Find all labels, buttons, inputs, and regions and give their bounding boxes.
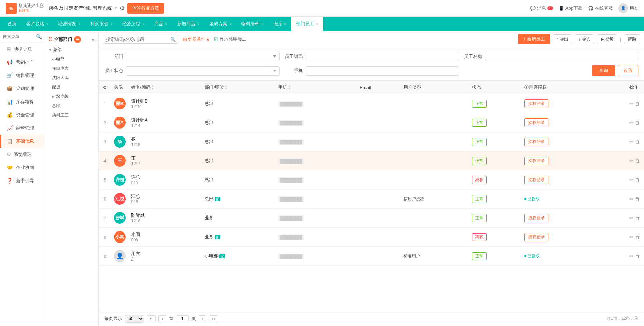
tab-operations[interactable]: 经营情况 ×: [53, 17, 85, 31]
delete-btn[interactable]: 🗑: [635, 177, 640, 183]
auth-btn[interactable]: 授权登录: [524, 233, 548, 241]
add-employee-btn[interactable]: + 新增员工: [518, 34, 550, 44]
prev-page-btn[interactable]: ‹: [158, 315, 166, 322]
col-phone[interactable]: 手机 ▲ ▼: [275, 81, 357, 94]
auth-btn[interactable]: 授权登录: [524, 214, 548, 222]
delete-btn[interactable]: 🗑: [635, 253, 640, 259]
auth-btn[interactable]: 授权登录: [524, 176, 548, 184]
dept-node-small-electric[interactable]: 小电部: [45, 54, 98, 64]
delete-btn[interactable]: 🗑: [635, 120, 640, 125]
sidebar-item-basic-info[interactable]: 📋 基础信息: [0, 135, 45, 148]
user-menu[interactable]: 👤 用友: [618, 3, 638, 13]
dept-tree-collapse[interactable]: «: [92, 37, 95, 42]
emp-code-input[interactable]: [306, 52, 459, 61]
import-btn[interactable]: ↓ 导入: [575, 34, 594, 44]
tab-home[interactable]: 首页: [3, 17, 21, 31]
delete-btn[interactable]: 🗑: [635, 215, 640, 221]
dept-node-shenyang[interactable]: 沈阳大库: [45, 73, 98, 82]
tab-customer-close[interactable]: ×: [46, 22, 48, 26]
help-btn[interactable]: 帮助: [624, 34, 640, 44]
edit-btn[interactable]: ✏: [629, 158, 634, 164]
dept-node-insert-tree[interactable]: 插树王三: [45, 111, 98, 120]
app-download-btn[interactable]: 📱 App下载: [559, 5, 582, 11]
online-service-btn[interactable]: 🎧 在线客服: [588, 5, 613, 11]
last-page-btn[interactable]: ››: [209, 315, 218, 322]
edit-btn[interactable]: ✏: [629, 139, 634, 144]
tab-bom-close[interactable]: ×: [261, 22, 263, 26]
dept-edit-btn[interactable]: ✏: [74, 36, 81, 43]
view-btn[interactable]: ▶ 视频: [597, 34, 617, 44]
tab-barcode[interactable]: 条码方案 ×: [205, 17, 236, 31]
search-icon[interactable]: 🔍: [170, 37, 176, 42]
tab-history-close[interactable]: ×: [142, 22, 144, 26]
col-dept[interactable]: 部门/职位 ▲ ▼: [202, 81, 275, 94]
sidebar-item-sales[interactable]: 🛒 销售管理: [0, 69, 45, 82]
edit-btn[interactable]: ✏: [629, 215, 634, 221]
tab-history[interactable]: 经营历程 ×: [117, 17, 149, 31]
auth-btn[interactable]: 授权登录: [524, 99, 548, 108]
sidebar-item-quick-nav[interactable]: ⊞ 快捷导航: [0, 43, 45, 56]
emp-name-input[interactable]: [485, 52, 638, 61]
edit-btn[interactable]: ✏: [629, 120, 634, 125]
tab-operations-close[interactable]: ×: [78, 22, 80, 26]
edit-btn[interactable]: ✏: [629, 177, 634, 183]
per-page-select[interactable]: 50 20 100: [125, 315, 144, 323]
tab-goods-close[interactable]: ×: [165, 22, 167, 26]
dept-node-general[interactable]: 总部: [45, 101, 98, 111]
tab-warehouse[interactable]: 仓库 ×: [269, 17, 291, 31]
tab-profit[interactable]: 利润报告 ×: [85, 17, 117, 31]
system-title-dropdown[interactable]: ▾: [115, 6, 117, 10]
export-btn[interactable]: ↑ 导出: [553, 34, 572, 44]
dept-node-headquarter[interactable]: ▼ 总部: [45, 45, 98, 54]
page-number-input[interactable]: [176, 315, 189, 322]
try-btn[interactable]: 体验行业方案: [127, 3, 164, 14]
tab-new-goods-close[interactable]: ×: [197, 22, 199, 26]
edit-btn[interactable]: ✏: [629, 253, 634, 259]
edit-btn[interactable]: ✏: [629, 196, 634, 202]
sidebar-item-operations[interactable]: 📈 经营管理: [0, 122, 45, 135]
col-name[interactable]: 姓名/编码 ▲ ▼: [128, 81, 202, 94]
settings-icon[interactable]: ⚙: [120, 5, 125, 11]
sidebar-search-input[interactable]: [3, 34, 36, 39]
tab-new-goods[interactable]: 新增商品 ×: [172, 17, 204, 31]
edit-btn[interactable]: ✏: [629, 101, 634, 106]
dept-node-double-deer[interactable]: ▶ 双鹿想: [45, 92, 98, 101]
next-page-btn[interactable]: ›: [199, 315, 206, 322]
delete-btn[interactable]: 🗑: [635, 101, 640, 106]
delete-btn[interactable]: 🗑: [635, 196, 640, 202]
search-btn[interactable]: 查询: [592, 65, 615, 76]
show-resigned-toggle[interactable]: ☑ 显示离职员工: [214, 36, 246, 42]
status-filter-select[interactable]: [126, 66, 280, 76]
tab-bom[interactable]: 物料清单 ×: [236, 17, 268, 31]
more-conditions-btn[interactable]: ⊞ 更多条件 ∧: [183, 36, 210, 42]
tab-goods[interactable]: 商品 ×: [149, 17, 172, 31]
filter-settings-btn[interactable]: 设置: [618, 65, 638, 76]
tab-warehouse-close[interactable]: ×: [284, 22, 287, 26]
dept-filter-select[interactable]: [126, 52, 280, 61]
sidebar-item-system[interactable]: ⚙ 系统管理: [0, 148, 45, 161]
auth-btn[interactable]: 授权登录: [524, 157, 548, 165]
tab-barcode-close[interactable]: ×: [229, 22, 232, 26]
tab-employees-close[interactable]: ×: [316, 22, 318, 26]
sidebar-item-inventory[interactable]: 📊 库存核算: [0, 95, 45, 108]
delete-btn[interactable]: 🗑: [635, 158, 640, 164]
auth-btn[interactable]: 授权登录: [524, 138, 548, 146]
tab-customer[interactable]: 客户联络 ×: [21, 17, 53, 31]
auth-btn[interactable]: 授权登录: [524, 118, 548, 127]
dept-node-distribution[interactable]: 配货: [45, 82, 98, 92]
edit-btn[interactable]: ✏: [629, 234, 634, 240]
name-sort[interactable]: 姓名/编码 ▲ ▼: [131, 84, 154, 90]
phone-input[interactable]: [306, 66, 459, 76]
phone-sort[interactable]: 手机 ▲ ▼: [278, 84, 291, 90]
dept-node-project-warehouse[interactable]: 项目库房: [45, 64, 98, 73]
tab-employees[interactable]: 部门员工 ×: [291, 17, 323, 31]
first-page-btn[interactable]: ‹‹: [147, 315, 156, 322]
sidebar-item-finance[interactable]: 💰 资金管理: [0, 108, 45, 122]
sidebar-item-marketing[interactable]: 📢 营销推广: [0, 56, 45, 69]
sidebar-item-collab[interactable]: 🤝 企业协同: [0, 161, 45, 174]
sidebar-item-guide[interactable]: ❓ 新手引导: [0, 174, 45, 187]
search-input[interactable]: [106, 37, 168, 42]
sidebar-item-purchase[interactable]: 📦 采购管理: [0, 82, 45, 95]
dept-sort[interactable]: 部门/职位 ▲ ▼: [205, 84, 227, 90]
delete-btn[interactable]: 🗑: [635, 139, 640, 144]
